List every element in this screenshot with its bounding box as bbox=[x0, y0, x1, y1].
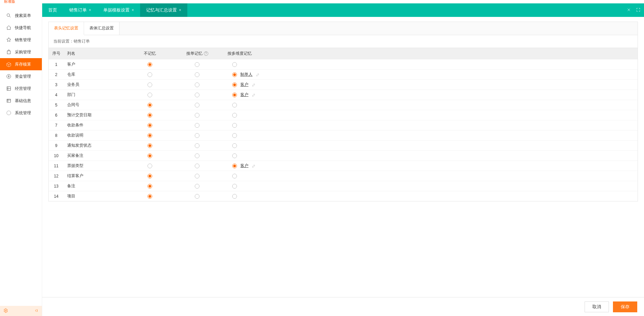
sidebar-item-system[interactable]: 系统管理 bbox=[0, 107, 42, 119]
cell-name: 收款说明 bbox=[64, 130, 130, 141]
radio-no-memory[interactable] bbox=[147, 143, 152, 148]
cell-seq: 1 bbox=[49, 59, 64, 70]
radio-multi[interactable] bbox=[232, 113, 237, 118]
col-no-memory: 不记忆 bbox=[130, 48, 170, 59]
col-by-multi: 按多维度记忆 bbox=[224, 48, 638, 59]
radio-multi[interactable] bbox=[232, 174, 237, 178]
sidebar-item-sale[interactable]: 销售管理 bbox=[0, 34, 42, 46]
sidebar-item-basic[interactable]: 基础信息 bbox=[0, 95, 42, 107]
multi-link[interactable]: 客户 bbox=[240, 163, 248, 169]
footer: 取消 保存 bbox=[42, 297, 644, 316]
sidebar-item-search[interactable]: 搜索菜单 bbox=[0, 9, 42, 22]
sidebar-item-manage[interactable]: 经营管理 bbox=[0, 82, 42, 95]
radio-by-bill[interactable] bbox=[195, 184, 199, 189]
radio-no-memory[interactable] bbox=[147, 174, 152, 178]
sidebar-bottom bbox=[0, 306, 42, 316]
radio-by-bill[interactable] bbox=[195, 164, 199, 168]
sidebar-item-home[interactable]: 快捷导航 bbox=[0, 22, 42, 34]
sidebar-item-inventory[interactable]: 库存核算 bbox=[0, 58, 42, 70]
settings-panel: 表头记忆设置表体汇总设置 当前设置：销售订单 序号 列名 不记忆 按单记忆? 按… bbox=[48, 22, 638, 201]
collapse-icon[interactable] bbox=[34, 308, 38, 314]
radio-no-memory[interactable] bbox=[147, 72, 152, 77]
fullscreen-icon[interactable] bbox=[636, 7, 641, 13]
radio-by-bill[interactable] bbox=[195, 174, 199, 178]
radio-no-memory[interactable] bbox=[147, 133, 152, 138]
cell-name: 收款条件 bbox=[64, 120, 130, 130]
panel-tab-0[interactable]: 表头记忆设置 bbox=[49, 22, 84, 35]
radio-no-memory[interactable] bbox=[147, 184, 152, 189]
radio-no-memory[interactable] bbox=[147, 164, 152, 168]
search-icon bbox=[6, 13, 11, 18]
radio-multi[interactable] bbox=[232, 103, 237, 107]
radio-multi[interactable] bbox=[232, 72, 237, 77]
edit-icon[interactable] bbox=[252, 93, 256, 97]
radio-multi[interactable] bbox=[232, 143, 237, 148]
table-row: 5合同号 bbox=[49, 100, 638, 110]
radio-multi[interactable] bbox=[232, 123, 237, 128]
radio-no-memory[interactable] bbox=[147, 103, 152, 107]
tab-0[interactable]: 首页 bbox=[42, 3, 63, 17]
close-all-icon[interactable] bbox=[626, 7, 631, 13]
radio-by-bill[interactable] bbox=[195, 113, 199, 118]
table-row: 11票据类型客户 bbox=[49, 161, 638, 171]
system-icon bbox=[6, 110, 11, 116]
current-setting-prefix: 当前设置： bbox=[53, 39, 74, 44]
radio-by-bill[interactable] bbox=[195, 82, 199, 87]
svg-rect-1 bbox=[7, 51, 10, 54]
purchase-icon bbox=[6, 49, 11, 55]
radio-multi[interactable] bbox=[232, 184, 237, 189]
radio-no-memory[interactable] bbox=[147, 194, 152, 199]
close-icon[interactable]: × bbox=[132, 8, 134, 13]
multi-link[interactable]: 客户 bbox=[240, 82, 248, 88]
panel-tab-1[interactable]: 表体汇总设置 bbox=[84, 22, 119, 35]
radio-by-bill[interactable] bbox=[195, 194, 199, 199]
cell-seq: 3 bbox=[49, 80, 64, 90]
edit-icon[interactable] bbox=[252, 83, 256, 87]
radio-by-bill[interactable] bbox=[195, 123, 199, 128]
cell-seq: 11 bbox=[49, 161, 64, 171]
radio-multi[interactable] bbox=[232, 93, 237, 97]
close-icon[interactable]: × bbox=[89, 8, 91, 13]
radio-no-memory[interactable] bbox=[147, 93, 152, 97]
cell-name: 仓库 bbox=[64, 70, 130, 80]
cell-name: 票据类型 bbox=[64, 161, 130, 171]
radio-multi[interactable] bbox=[232, 153, 237, 158]
radio-multi[interactable] bbox=[232, 194, 237, 199]
gear-icon[interactable] bbox=[3, 308, 8, 314]
radio-multi[interactable] bbox=[232, 164, 237, 168]
edit-icon[interactable] bbox=[252, 164, 256, 168]
radio-by-bill[interactable] bbox=[195, 143, 199, 148]
radio-by-bill[interactable] bbox=[195, 103, 199, 107]
radio-no-memory[interactable] bbox=[147, 123, 152, 128]
save-button[interactable]: 保存 bbox=[613, 301, 637, 312]
tab-2[interactable]: 单据模板设置× bbox=[97, 3, 140, 17]
radio-no-memory[interactable] bbox=[147, 113, 152, 118]
sidebar-item-purchase[interactable]: 采购管理 bbox=[0, 46, 42, 58]
manage-icon bbox=[6, 86, 11, 91]
radio-multi[interactable] bbox=[232, 82, 237, 87]
cell-name: 买家备注 bbox=[64, 151, 130, 161]
multi-link[interactable]: 制单人 bbox=[240, 72, 252, 77]
radio-no-memory[interactable] bbox=[147, 62, 152, 67]
tab-1[interactable]: 销售订单× bbox=[63, 3, 97, 17]
cell-name: 通知发货状态 bbox=[64, 141, 130, 151]
radio-by-bill[interactable] bbox=[195, 133, 199, 138]
radio-multi[interactable] bbox=[232, 62, 237, 67]
radio-multi[interactable] bbox=[232, 133, 237, 138]
radio-by-bill[interactable] bbox=[195, 72, 199, 77]
cell-seq: 2 bbox=[49, 70, 64, 80]
radio-no-memory[interactable] bbox=[147, 82, 152, 87]
col-by-bill: 按单记忆? bbox=[170, 48, 224, 59]
radio-by-bill[interactable] bbox=[195, 153, 199, 158]
radio-no-memory[interactable] bbox=[147, 153, 152, 158]
radio-by-bill[interactable] bbox=[195, 62, 199, 67]
edit-icon[interactable] bbox=[256, 73, 260, 77]
cancel-button[interactable]: 取消 bbox=[585, 301, 609, 312]
close-icon[interactable]: × bbox=[179, 8, 181, 13]
sidebar-item-fund[interactable]: 资金管理 bbox=[0, 70, 42, 82]
cell-name: 项目 bbox=[64, 191, 130, 201]
radio-by-bill[interactable] bbox=[195, 93, 199, 97]
help-icon[interactable]: ? bbox=[204, 51, 208, 56]
tab-3[interactable]: 记忆与汇总设置× bbox=[140, 3, 187, 17]
multi-link[interactable]: 客户 bbox=[240, 92, 248, 98]
